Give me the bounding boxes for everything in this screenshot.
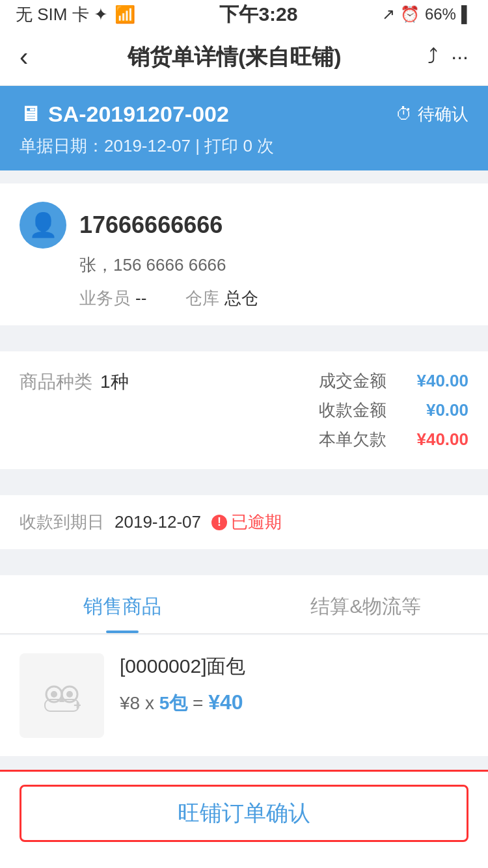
share-button[interactable]: ⤴ xyxy=(427,45,438,69)
confirm-order-button[interactable]: 旺铺订单确认 xyxy=(20,785,468,842)
product-info: [0000002]面包 ¥8 x 5包 = ¥40 xyxy=(120,653,468,738)
status-bar: 无 SIM 卡 ✦ 📶 下午3:28 ↗ ⏰ 66% ▌ xyxy=(0,0,488,29)
summary-right: 成交金额 ¥40.00 收款金额 ¥0.00 本单欠款 ¥40.00 xyxy=(319,370,468,451)
customer-phone: 17666666666 xyxy=(79,211,223,239)
customer-meta: 业务员 -- 仓库 总仓 xyxy=(79,287,468,310)
transaction-row: 成交金额 ¥40.00 xyxy=(319,370,468,392)
tab-settlement[interactable]: 结算&物流等 xyxy=(244,575,488,633)
salesperson-label: 业务员 xyxy=(79,287,130,310)
received-label: 收款金额 xyxy=(319,399,386,422)
order-id: 🖥 SA-20191207-002 xyxy=(20,102,229,127)
divider-2 xyxy=(0,469,488,482)
status-bar-left: 无 SIM 卡 ✦ 📶 xyxy=(16,3,135,26)
product-image: + xyxy=(20,653,104,738)
order-icon: 🖥 xyxy=(20,102,40,126)
battery-icon: ▌ xyxy=(461,5,472,23)
wifi-icon: 📶 xyxy=(115,5,135,25)
price-separator: x xyxy=(145,693,159,713)
product-placeholder: + xyxy=(36,676,88,715)
avatar-icon: 👤 xyxy=(29,211,58,239)
avatar: 👤 xyxy=(20,202,66,249)
price-equals: = xyxy=(193,693,208,713)
overdue-icon: ! xyxy=(211,515,227,530)
location-icon: ↗ xyxy=(382,5,395,23)
price-quantity: 5包 xyxy=(159,693,188,713)
transaction-value: ¥40.00 xyxy=(397,371,468,391)
category-value: 1种 xyxy=(100,370,129,394)
received-row: 收款金额 ¥0.00 xyxy=(319,399,468,422)
tabs-container: 销售商品 结算&物流等 xyxy=(0,575,488,634)
warehouse-label: 仓库 xyxy=(185,287,219,310)
battery-label: 66% xyxy=(425,5,456,23)
owed-label: 本单欠款 xyxy=(319,428,386,451)
back-button[interactable]: ‹ xyxy=(20,42,41,72)
customer-card: 👤 17666666666 张，156 6666 6666 业务员 -- 仓库 … xyxy=(0,183,488,325)
page-title: 销货单详情(来自旺铺) xyxy=(41,42,427,72)
due-date-label: 收款到期日 xyxy=(20,511,104,534)
confirm-button-container: 旺铺订单确认 xyxy=(0,770,488,868)
owed-value: ¥40.00 xyxy=(397,429,468,450)
order-status: ⏱ 待确认 xyxy=(396,103,468,126)
product-name: [0000002]面包 xyxy=(120,653,468,680)
received-value: ¥0.00 xyxy=(397,400,468,420)
warehouse-item: 仓库 总仓 xyxy=(185,287,258,310)
svg-point-3 xyxy=(66,691,73,698)
tab-settlement-label: 结算&物流等 xyxy=(310,595,421,617)
product-card: + [0000002]面包 ¥8 x 5包 = ¥40 xyxy=(0,635,488,756)
due-date-value: 2019-12-07 xyxy=(115,512,201,532)
confirm-button-label: 旺铺订单确认 xyxy=(178,798,310,828)
due-date-card: 收款到期日 2019-12-07 ! 已逾期 xyxy=(0,495,488,549)
alarm-icon: ⏰ xyxy=(400,5,420,23)
owed-row: 本单欠款 ¥40.00 xyxy=(319,428,468,451)
overdue-badge: ! 已逾期 xyxy=(211,511,282,534)
status-text: 待确认 xyxy=(418,103,468,126)
price-base: ¥8 xyxy=(120,693,140,713)
nav-bar: ‹ 销货单详情(来自旺铺) ⤴ ··· xyxy=(0,29,488,86)
more-button[interactable]: ··· xyxy=(451,45,468,69)
order-header: 🖥 SA-20191207-002 ⏱ 待确认 单据日期：2019-12-07 … xyxy=(0,86,488,170)
no-sim-label: 无 SIM 卡 ✦ xyxy=(16,3,108,26)
product-price: ¥8 x 5包 = ¥40 xyxy=(120,690,468,716)
summary-card: 商品种类 1种 成交金额 ¥40.00 收款金额 ¥0.00 本单欠款 ¥40.… xyxy=(0,351,488,469)
svg-point-2 xyxy=(51,691,57,698)
category-label: 商品种类 xyxy=(20,370,92,394)
tab-sales-goods[interactable]: 销售商品 xyxy=(0,575,244,633)
summary-left: 商品种类 1种 xyxy=(20,370,319,394)
overdue-text: 已逾期 xyxy=(231,511,282,534)
customer-name: 张，156 6666 6666 xyxy=(79,254,468,277)
warehouse-value: 总仓 xyxy=(224,287,258,310)
transaction-label: 成交金额 xyxy=(319,370,386,392)
status-bar-time: 下午3:28 xyxy=(219,1,297,28)
order-id-text: SA-20191207-002 xyxy=(48,102,229,127)
salesperson-value: -- xyxy=(135,288,146,308)
divider-3 xyxy=(0,549,488,562)
price-total: ¥40 xyxy=(208,690,243,714)
tab-sales-label: 销售商品 xyxy=(83,595,161,617)
status-bar-right: ↗ ⏰ 66% ▌ xyxy=(382,5,472,23)
clock-icon: ⏱ xyxy=(396,104,413,124)
product-logo-svg: + xyxy=(36,676,88,715)
divider-1 xyxy=(0,325,488,338)
salesperson-item: 业务员 -- xyxy=(79,287,146,310)
order-date: 单据日期：2019-12-07 | 打印 0 次 xyxy=(20,135,468,157)
nav-actions: ⤴ ··· xyxy=(427,45,468,69)
